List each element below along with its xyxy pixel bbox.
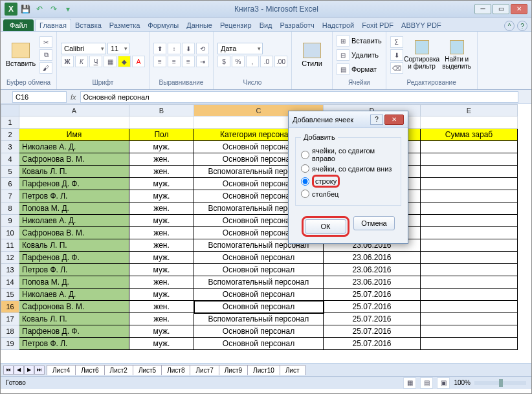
view-pagebreak-icon[interactable]: ▣ (437, 377, 450, 389)
tab-home[interactable]: Главная (35, 19, 71, 31)
cell-date[interactable]: 23.06.2016 (324, 252, 421, 264)
underline-button[interactable]: Ч (89, 56, 102, 67)
row-header[interactable]: 12 (1, 252, 19, 264)
save-icon[interactable]: 💾 (19, 3, 32, 16)
name-box[interactable]: C16 (12, 91, 67, 103)
cell-name[interactable]: Петров Ф. Л. (19, 190, 129, 202)
cell-name[interactable]: Сафронова В. М. (19, 227, 129, 239)
cell-name[interactable]: Парфенов Д. Ф. (19, 325, 129, 338)
row-header[interactable]: 11 (1, 239, 19, 252)
tab-data[interactable]: Данные (183, 19, 216, 31)
sheet-tab[interactable]: Лист5 (133, 365, 162, 375)
sheet-nav-last-icon[interactable]: ⏭ (34, 366, 45, 375)
cell-category[interactable]: Основной персонал (194, 301, 324, 313)
cell-gender[interactable]: жен. (129, 166, 194, 178)
view-normal-icon[interactable]: ▦ (403, 377, 416, 389)
radio-entire-row[interactable]: строку (301, 175, 395, 188)
cell[interactable] (421, 325, 518, 338)
cell-date[interactable]: 25.07.2016 (324, 338, 421, 350)
header-cell[interactable]: Сумма зараб (421, 129, 518, 141)
radio-shift-right[interactable]: ячейки, со сдвигом вправо (301, 147, 395, 162)
decrease-decimal-icon[interactable]: .00 (274, 56, 287, 67)
row-header[interactable]: 18 (1, 325, 19, 338)
cell-name[interactable]: Парфенов Д. Ф. (19, 178, 129, 190)
cell[interactable] (421, 141, 518, 153)
row-header[interactable]: 14 (1, 276, 19, 289)
cell-gender[interactable]: жен. (129, 301, 194, 313)
select-all-corner[interactable] (1, 105, 19, 116)
zoom-level[interactable]: 100% (454, 379, 471, 386)
indent-icon[interactable]: ⇥ (196, 56, 209, 67)
currency-icon[interactable]: $ (217, 56, 230, 67)
dialog-close-button[interactable]: ✕ (384, 115, 404, 125)
sheet-tab[interactable]: Лист6 (75, 365, 104, 375)
cell[interactable] (421, 276, 518, 289)
delete-cells-button[interactable]: ⊟Удалить (337, 48, 382, 62)
cell[interactable] (421, 178, 518, 190)
sheet-nav-next-icon[interactable]: ▶ (24, 366, 34, 375)
orientation-icon[interactable]: ⟲ (196, 43, 209, 54)
find-select-button[interactable]: Найти и выделить (441, 33, 473, 77)
row-header[interactable]: 13 (1, 264, 19, 276)
bold-button[interactable]: Ж (61, 56, 74, 67)
cell-name[interactable]: Коваль Л. П. (19, 313, 129, 325)
redo-icon[interactable]: ↷ (47, 3, 60, 16)
sheet-tab[interactable]: Лист7 (190, 365, 219, 375)
row-header[interactable]: 16 (1, 301, 19, 313)
view-layout-icon[interactable]: ▤ (420, 377, 433, 389)
formula-bar[interactable]: Основной персонал (80, 91, 518, 103)
cell-name[interactable]: Николаев А. Д. (19, 215, 129, 227)
italic-button[interactable]: К (75, 56, 88, 67)
cell-gender[interactable]: жен. (129, 276, 194, 289)
tab-view[interactable]: Вид (256, 19, 276, 31)
cell-gender[interactable]: жен. (129, 153, 194, 166)
number-format-combo[interactable]: Дата (217, 43, 263, 54)
cell-gender[interactable]: жен. (129, 239, 194, 252)
font-size-combo[interactable]: 11 (107, 43, 129, 54)
format-painter-icon[interactable]: 🖌 (39, 62, 52, 74)
cell[interactable] (421, 166, 518, 178)
tab-review[interactable]: Рецензир (216, 19, 256, 31)
cell-name[interactable]: Попова М. Д. (19, 276, 129, 289)
row-header[interactable]: 10 (1, 227, 19, 239)
dialog-help-button[interactable]: ? (370, 115, 383, 125)
cell[interactable] (421, 264, 518, 276)
sheet-tab[interactable]: Лист (280, 365, 305, 375)
cell[interactable] (421, 190, 518, 202)
cell-date[interactable]: 25.07.2016 (324, 313, 421, 325)
cell-name[interactable]: Парфенов Д. Ф. (19, 252, 129, 264)
row-header[interactable]: 5 (1, 166, 19, 178)
styles-button[interactable]: Стили (296, 33, 328, 77)
cell[interactable] (421, 227, 518, 239)
qat-more-icon[interactable]: ▾ (61, 3, 74, 16)
row-header[interactable]: 19 (1, 338, 19, 350)
cell[interactable] (129, 116, 194, 129)
fill-icon[interactable]: ⬇ (390, 49, 403, 61)
cell-category[interactable]: Вспомогательный персонал (194, 276, 324, 289)
cell-date[interactable]: 23.06.2016 (324, 264, 421, 276)
row-header[interactable]: 6 (1, 178, 19, 190)
radio-shift-down[interactable]: ячейки, со сдвигом вниз (301, 164, 395, 173)
zoom-slider[interactable] (474, 381, 526, 385)
tab-addins[interactable]: Надстрой (318, 19, 358, 31)
cell-date[interactable]: 25.07.2016 (324, 325, 421, 338)
header-cell[interactable]: Пол (129, 129, 194, 141)
ok-button[interactable]: ОК (305, 219, 346, 234)
row-header[interactable]: 9 (1, 215, 19, 227)
minimize-button[interactable]: ─ (474, 4, 491, 14)
cell-date[interactable]: 23.06.2016 (324, 276, 421, 289)
cell[interactable] (421, 215, 518, 227)
row-header[interactable]: 4 (1, 153, 19, 166)
cell-category[interactable]: Вспомогательный персонал (194, 313, 324, 325)
align-center-icon[interactable]: ≡ (168, 56, 181, 67)
tab-layout[interactable]: Разметка (105, 19, 144, 31)
cell-date[interactable]: 25.07.2016 (324, 289, 421, 301)
align-left-icon[interactable]: ≡ (153, 56, 166, 67)
col-header[interactable]: A (19, 105, 129, 116)
cell-date[interactable]: 25.07.2016 (324, 301, 421, 313)
align-right-icon[interactable]: ≡ (182, 56, 195, 67)
row-header[interactable]: 17 (1, 313, 19, 325)
tab-developer[interactable]: Разработч (276, 19, 318, 31)
align-middle-icon[interactable]: ↕ (168, 43, 181, 54)
cell-category[interactable]: Основной персонал (194, 325, 324, 338)
